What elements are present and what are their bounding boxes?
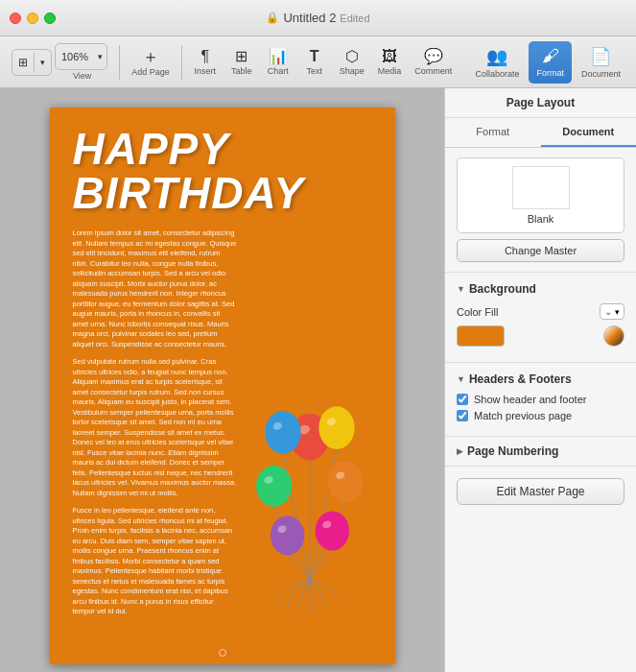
svg-point-18 xyxy=(315,511,348,550)
headers-footers-label: Headers & Footers xyxy=(469,372,572,386)
page-title: HAPPY BIRTHDAY xyxy=(73,127,372,215)
balloons-area xyxy=(247,228,372,625)
show-header-footer-label: Show header and footer xyxy=(474,394,586,405)
color-fill-dropdown-arrow: ▾ xyxy=(615,307,620,317)
show-header-footer-row: Show header and footer xyxy=(457,394,624,405)
fullscreen-button[interactable] xyxy=(44,12,56,24)
svg-line-17 xyxy=(287,555,309,580)
chart-button[interactable]: 📊 Chart xyxy=(261,41,295,84)
paragraph-1: Lorem ipsum dolor sit amet, consectetur … xyxy=(73,228,238,349)
background-color-swatch[interactable] xyxy=(457,325,505,347)
color-fill-label: Color Fill xyxy=(457,306,498,318)
color-fill-row: Color Fill ⌄ ▾ xyxy=(457,303,624,320)
master-label: Blank xyxy=(465,213,616,225)
color-fill-dropdown-icon: ⌄ xyxy=(604,306,612,317)
table-button[interactable]: ⊞ Table xyxy=(224,41,259,84)
insert-icon: ¶ xyxy=(200,49,209,64)
svg-point-3 xyxy=(318,406,354,449)
main-area: HAPPY BIRTHDAY Lorem ipsum dolor sit ame… xyxy=(0,88,636,672)
lock-icon: 🔒 xyxy=(266,12,279,24)
background-collapse-icon: ▼ xyxy=(457,284,465,294)
background-section-header[interactable]: ▼ Background xyxy=(457,282,624,296)
view-label: View xyxy=(73,71,91,81)
master-preview-thumbnail xyxy=(512,166,570,209)
background-color-row xyxy=(457,325,624,347)
comment-icon: 💬 xyxy=(424,49,443,64)
canvas-area: HAPPY BIRTHDAY Lorem ipsum dolor sit ame… xyxy=(0,88,444,672)
media-icon: 🖼 xyxy=(382,49,397,64)
view-group: ⊞ ▾ 106% ▾ View xyxy=(8,43,113,81)
format-button[interactable]: 🖌 Format xyxy=(529,41,572,84)
page-numbering-collapse-icon: ▶ xyxy=(457,446,463,456)
zoom-value[interactable]: 106% xyxy=(56,48,94,65)
format-icon: 🖌 xyxy=(542,46,559,66)
media-button[interactable]: 🖼 Media xyxy=(372,41,408,84)
zoom-control[interactable]: 106% ▾ xyxy=(55,43,107,70)
tab-format[interactable]: Format xyxy=(445,118,541,147)
close-button[interactable] xyxy=(10,12,21,24)
text-button[interactable]: T Text xyxy=(297,41,332,84)
table-icon: ⊞ xyxy=(235,49,247,64)
page-numbering-label: Page Numbering xyxy=(467,444,558,458)
panel-tabs: Format Document xyxy=(445,118,636,148)
svg-point-6 xyxy=(265,410,300,453)
match-previous-label: Match previous page xyxy=(474,410,572,421)
collaborate-button[interactable]: 👥 Collaborate xyxy=(467,41,527,84)
add-page-icon: ＋ xyxy=(142,48,159,65)
color-wheel-icon[interactable] xyxy=(603,325,624,347)
chart-icon: 📊 xyxy=(269,49,288,64)
headers-footers-header[interactable]: ▼ Headers & Footers xyxy=(457,372,624,386)
svg-point-9 xyxy=(256,465,292,506)
document-page: HAPPY BIRTHDAY Lorem ipsum dolor sit ame… xyxy=(50,108,395,664)
page-text: Lorem ipsum dolor sit amet, consectetur … xyxy=(73,228,238,625)
master-section: Blank Change Master xyxy=(445,148,636,273)
edit-master-page-button[interactable]: Edit Master Page xyxy=(457,478,624,505)
background-section: ▼ Background Color Fill ⌄ ▾ xyxy=(445,273,636,363)
view-control[interactable]: ⊞ ▾ xyxy=(12,49,52,76)
page-content: Lorem ipsum dolor sit amet, consectetur … xyxy=(73,228,372,625)
add-page-button[interactable]: ＋ Add Page xyxy=(126,41,176,84)
view-dropdown-icon[interactable]: ▾ xyxy=(35,55,51,70)
tab-document[interactable]: Document xyxy=(541,118,637,147)
match-previous-row: Match previous page xyxy=(457,410,624,421)
change-master-button[interactable]: Change Master xyxy=(457,239,624,262)
page-numbering-section[interactable]: ▶ Page Numbering xyxy=(445,437,636,467)
svg-point-15 xyxy=(270,516,303,555)
shape-icon: ⬡ xyxy=(345,49,359,64)
right-toolbar: 👥 Collaborate 🖌 Format 📄 Document xyxy=(467,41,628,84)
master-preview-box: Blank xyxy=(457,157,624,233)
svg-point-21 xyxy=(307,579,313,585)
minimize-button[interactable] xyxy=(27,12,38,24)
paragraph-2: Sed vulputate rutrum nulla sed pulvinar.… xyxy=(73,357,238,498)
document-icon: 📄 xyxy=(590,46,611,67)
view-grid-icon[interactable]: ⊞ xyxy=(12,53,35,72)
paragraph-3: Fusce in leo pellentesque, eleifend ante… xyxy=(73,506,238,617)
zoom-dropdown-icon[interactable]: ▾ xyxy=(94,49,106,64)
balloons-illustration xyxy=(247,356,372,625)
window-title: 🔒 Untitled 2 Edited xyxy=(266,11,369,25)
shape-button[interactable]: ⬡ Shape xyxy=(334,41,370,84)
text-icon: T xyxy=(310,49,319,64)
comment-button[interactable]: 💬 Comment xyxy=(409,41,458,84)
traffic-lights xyxy=(10,12,56,24)
headers-footers-section: ▼ Headers & Footers Show header and foot… xyxy=(445,363,636,437)
right-panel: Page Layout Format Document Blank Change… xyxy=(444,88,636,672)
collaborate-icon: 👥 xyxy=(486,46,507,67)
separator-2 xyxy=(181,45,182,80)
document-button[interactable]: 📄 Document xyxy=(574,41,628,84)
show-header-footer-checkbox[interactable] xyxy=(457,394,468,405)
page-handle[interactable] xyxy=(219,649,226,657)
match-previous-checkbox[interactable] xyxy=(457,410,468,421)
insert-button[interactable]: ¶ Insert xyxy=(188,41,223,84)
separator-1 xyxy=(119,45,120,80)
headers-collapse-icon: ▼ xyxy=(457,374,465,384)
title-bar: 🔒 Untitled 2 Edited xyxy=(0,0,636,36)
background-label: Background xyxy=(469,282,536,296)
panel-header: Page Layout xyxy=(445,88,636,118)
svg-point-12 xyxy=(327,461,363,502)
color-fill-control[interactable]: ⌄ ▾ xyxy=(600,303,624,320)
toolbar: ⊞ ▾ 106% ▾ View ＋ Add Page ¶ Insert ⊞ Ta… xyxy=(0,36,636,88)
